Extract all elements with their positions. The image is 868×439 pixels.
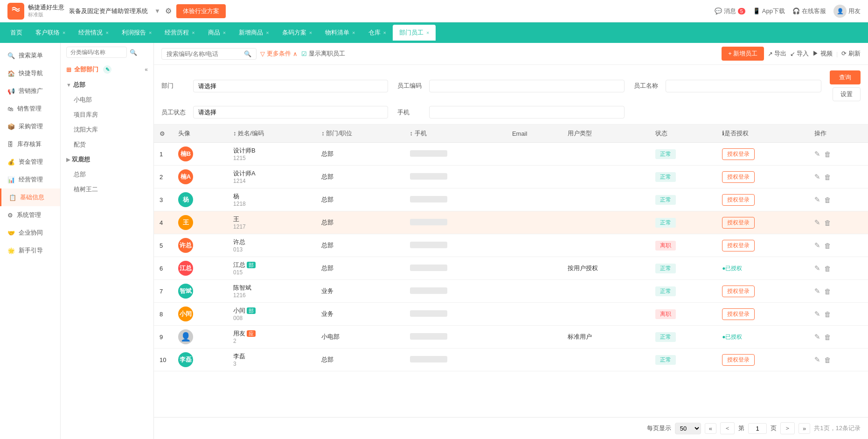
reset-button[interactable]: 设置 (833, 87, 861, 101)
dept-node-shenyang[interactable]: 沈阳大库 (61, 122, 153, 137)
dept-node-double-think[interactable]: ▶ 双鹿想 (61, 152, 153, 167)
system-dropdown-arrow[interactable]: ▼ (154, 7, 160, 14)
edit-icon[interactable]: ✎ (814, 173, 820, 181)
import-button[interactable]: ↙ 导入 (790, 49, 809, 58)
nav-tab-bom[interactable]: 物料清单 × (319, 25, 361, 41)
nav-tab-goods[interactable]: 商品 × (201, 25, 232, 41)
sidebar-item-search[interactable]: 🔍 搜索菜单 (0, 47, 60, 64)
search-button[interactable]: 查询 (830, 70, 861, 84)
view-button[interactable]: ▶ 视频 (812, 49, 833, 58)
auth-button[interactable]: 授权登录 (722, 171, 755, 183)
dept-node-project[interactable]: 项目库房 (61, 107, 153, 122)
auth-button[interactable]: 授权登录 (722, 240, 755, 251)
col-name[interactable]: ↕ 姓名/编码 (228, 125, 316, 143)
trial-button[interactable]: 体验行业方案 (176, 4, 226, 18)
first-page-button[interactable]: « (705, 423, 716, 434)
dept-all-btn[interactable]: ⊞ 全部部门 ✎ « (61, 62, 153, 77)
sidebar-item-business[interactable]: 📊 经营管理 (0, 171, 60, 188)
sidebar-item-finance[interactable]: 💰 资金管理 (0, 153, 60, 171)
dept-collapse-all-icon[interactable]: « (145, 66, 148, 73)
nav-tab-new-goods[interactable]: 新增商品 × (232, 25, 275, 41)
close-icon[interactable]: × (266, 30, 269, 35)
edit-icon[interactable]: ✎ (814, 241, 820, 250)
export-button[interactable]: ↗ 导出 (768, 49, 786, 58)
dept-search-input[interactable] (66, 47, 127, 58)
edit-icon[interactable]: ✎ (814, 264, 820, 272)
sidebar-item-collab[interactable]: 🤝 企业协同 (0, 224, 60, 242)
last-page-button[interactable]: » (799, 423, 810, 434)
nav-tab-customer[interactable]: 客户联络 × (29, 25, 72, 41)
edit-icon[interactable]: ✎ (814, 287, 820, 295)
close-icon[interactable]: × (62, 30, 65, 35)
show-inactive-toggle[interactable]: ☑ 显示离职员工 (301, 49, 345, 58)
edit-icon[interactable]: ✎ (814, 150, 820, 158)
nav-tab-profit[interactable]: 利润报告 × (115, 25, 158, 41)
delete-icon[interactable]: 🗑 (824, 219, 831, 227)
dept-node-small-elec[interactable]: 小电部 (61, 92, 153, 107)
next-page-button[interactable]: ＞ (780, 422, 795, 434)
close-icon[interactable]: × (426, 30, 429, 35)
close-icon[interactable]: × (149, 30, 152, 35)
nav-tab-home[interactable]: 首页 (4, 25, 29, 41)
filter-emp-name-input[interactable] (666, 80, 821, 92)
nav-tab-dept-employee[interactable]: 部门员工 × (393, 25, 436, 41)
close-icon[interactable]: × (352, 30, 355, 35)
delete-icon[interactable]: 🗑 (824, 265, 831, 272)
filter-emp-code-input[interactable] (429, 80, 624, 92)
col-settings[interactable]: ⚙ (154, 125, 173, 143)
filter-phone-input[interactable] (429, 106, 624, 118)
auth-button[interactable]: 授权登录 (722, 148, 755, 160)
sidebar-item-marketing[interactable]: 📢 营销推广 (0, 82, 60, 100)
sidebar-item-quick-nav[interactable]: 🏠 快捷导航 (0, 64, 60, 82)
settings-icon[interactable]: ⚙ (160, 130, 165, 137)
delete-icon[interactable]: 🗑 (824, 196, 831, 204)
online-service-item[interactable]: 🎧 在线客服 (792, 7, 826, 15)
dept-node-hq[interactable]: 总部 (61, 167, 153, 182)
page-size-select[interactable]: 50 100 200 (675, 423, 701, 434)
sidebar-item-basic-info[interactable]: 📋 基础信息 (0, 188, 60, 206)
auth-button[interactable]: 授权登录 (722, 286, 755, 297)
col-dept[interactable]: ↕ 部门/职位 (316, 125, 404, 143)
close-icon[interactable]: × (192, 30, 194, 35)
sidebar-item-purchase[interactable]: 📦 采购管理 (0, 118, 60, 135)
page-number-input[interactable] (748, 423, 767, 434)
sidebar-item-system[interactable]: ⚙ 系统管理 (0, 206, 60, 224)
dept-node-general[interactable]: ▼ 总部 (61, 77, 153, 92)
delete-icon[interactable]: 🗑 (824, 310, 831, 318)
auth-button[interactable]: 授权登录 (722, 194, 755, 206)
add-employee-button[interactable]: + 新增员工 (722, 47, 764, 61)
edit-icon[interactable]: ✎ (814, 218, 820, 227)
delete-icon[interactable]: 🗑 (824, 242, 831, 250)
nav-tab-barcode[interactable]: 条码方案 × (276, 25, 319, 41)
filter-status-select[interactable]: 请选择 正常 离职 (193, 106, 388, 118)
prev-page-button[interactable]: ＜ (720, 422, 735, 434)
delete-icon[interactable]: 🗑 (824, 173, 831, 181)
delete-icon[interactable]: 🗑 (824, 333, 831, 341)
close-icon[interactable]: × (223, 30, 226, 35)
sidebar-item-guide[interactable]: 🌟 新手引导 (0, 242, 60, 259)
auth-button[interactable]: 授权登录 (722, 217, 755, 229)
col-phone[interactable]: ↕ 手机 (404, 125, 507, 143)
auth-button[interactable]: 授权登录 (722, 354, 755, 366)
nav-tab-operations[interactable]: 经营情况 × (72, 25, 115, 41)
nav-tab-warehouse[interactable]: 仓库 × (362, 25, 393, 41)
auth-button[interactable]: 授权登录 (722, 308, 755, 320)
delete-icon[interactable]: 🗑 (824, 287, 831, 295)
app-download-item[interactable]: 📱 App下载 (753, 7, 785, 15)
dept-node-plant-king[interactable]: 植树王二 (61, 182, 153, 197)
close-icon[interactable]: × (105, 30, 108, 35)
sidebar-item-inventory[interactable]: 🗄 库存核算 (0, 135, 60, 153)
close-icon[interactable]: × (309, 30, 312, 35)
edit-icon[interactable]: ✎ (814, 333, 820, 341)
edit-icon[interactable]: ✎ (814, 195, 820, 204)
dept-node-distribution[interactable]: 配货 (61, 137, 153, 152)
search-icon[interactable]: 🔍 (244, 50, 251, 57)
dept-search-icon[interactable]: 🔍 (130, 49, 137, 56)
message-item[interactable]: 💬 消息 5 (715, 7, 745, 15)
gear-button[interactable]: ⚙ (165, 7, 172, 15)
delete-icon[interactable]: 🗑 (824, 356, 831, 364)
edit-icon[interactable]: ✎ (814, 355, 820, 364)
user-item[interactable]: 👤 用友 (833, 5, 861, 18)
sidebar-item-sales[interactable]: 🛍 销售管理 (0, 100, 60, 118)
delete-icon[interactable]: 🗑 (824, 150, 831, 158)
